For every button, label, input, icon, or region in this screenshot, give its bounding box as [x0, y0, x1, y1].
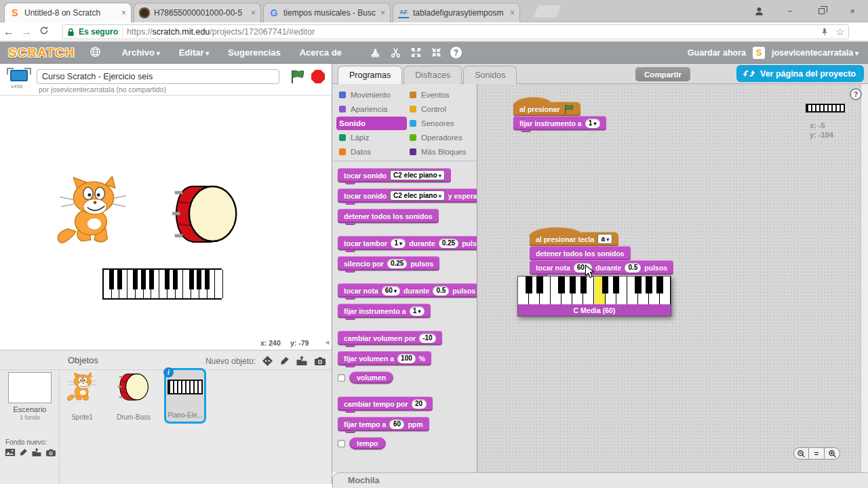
tab-disfraces[interactable]: Disfraces	[403, 66, 462, 84]
back-button[interactable]: ←	[0, 26, 18, 38]
forward-button[interactable]: →	[18, 26, 35, 38]
script-stack[interactable]: al presionar teclaadetener todos los son…	[530, 232, 673, 274]
language-globe-icon[interactable]	[90, 46, 101, 60]
number-dropdown[interactable]: 1	[585, 119, 600, 128]
upload-backdrop-icon[interactable]	[31, 448, 42, 457]
piano-black-key[interactable]	[133, 270, 138, 289]
delete-scissors-icon[interactable]	[389, 46, 403, 60]
zoom-in-button[interactable]	[825, 447, 840, 460]
piano-black-key[interactable]	[165, 270, 170, 289]
stage-thumbnail[interactable]	[8, 372, 52, 403]
shrink-sprite-icon[interactable]	[430, 46, 443, 60]
piano-black-key[interactable]	[197, 270, 201, 289]
hat-block[interactable]: al presionar teclaa	[530, 232, 618, 246]
stack-block[interactable]: detener todos los sonidos	[530, 246, 631, 260]
block-help-icon[interactable]: ?	[450, 47, 462, 58]
stack-block[interactable]: tocar nota60durante0.5pulsos	[338, 283, 477, 298]
tips-panel-strip[interactable]	[861, 84, 868, 472]
zoom-out-button[interactable]	[793, 447, 809, 460]
tab-close-icon[interactable]: ×	[380, 8, 385, 18]
new-tab-button[interactable]	[533, 5, 561, 18]
number-input[interactable]: 20	[412, 399, 427, 409]
number-input[interactable]: 60	[389, 420, 404, 429]
category-más-bloques[interactable]: Más Bloques	[407, 145, 477, 159]
restore-button[interactable]	[806, 0, 837, 22]
stop-button[interactable]	[311, 70, 325, 83]
category-operadores[interactable]: Operadores	[407, 131, 477, 144]
save-now-button[interactable]: Guardar ahora	[688, 48, 746, 58]
piano-black-key[interactable]	[109, 270, 114, 289]
stack-block[interactable]: tocar tambor1durante0.25pulsos	[338, 236, 477, 250]
tab-sonidos[interactable]: Sonidos	[463, 66, 517, 84]
piano-sprite[interactable]	[102, 268, 222, 300]
dropdown-input[interactable]: a	[597, 234, 612, 244]
piano-black-key[interactable]	[602, 277, 609, 293]
stack-block[interactable]: tocar sonidoC2 elec piano	[338, 168, 451, 182]
stage-selector[interactable]: Escenario 1 fondo Fondo nuevo:	[0, 370, 60, 485]
piano-black-key[interactable]	[613, 277, 620, 293]
piano-black-key[interactable]	[570, 277, 576, 293]
viewer-mode-icon[interactable]: v456	[7, 68, 31, 91]
reporter-checkbox[interactable]	[338, 374, 345, 382]
tab-close-icon[interactable]: ×	[121, 8, 126, 18]
number-input[interactable]: 0.5	[433, 286, 449, 296]
piano-black-key[interactable]	[173, 270, 178, 289]
stack-block[interactable]: cambiar volumen por-10	[338, 331, 442, 345]
tab-close-icon[interactable]: ×	[510, 8, 515, 18]
menu-item-acerca-de[interactable]: Acerca de	[292, 41, 350, 64]
drum-sprite[interactable]	[170, 183, 241, 245]
paint-backdrop-icon[interactable]	[19, 448, 28, 457]
camera-sprite-icon[interactable]	[314, 357, 326, 366]
zoom-reset-button[interactable]: =	[809, 447, 825, 460]
piano-black-key[interactable]	[205, 270, 210, 289]
category-movimiento[interactable]: Movimiento	[336, 88, 407, 102]
reporter-block[interactable]: tempo	[349, 437, 386, 449]
stage-canvas[interactable]	[0, 96, 332, 337]
tab-programas[interactable]: Programas	[338, 66, 402, 84]
collapse-stage-icon[interactable]: ◄	[324, 339, 330, 346]
tips-help-button[interactable]: ?	[850, 88, 862, 100]
minimize-button[interactable]: −	[774, 0, 806, 22]
menu-item-editar[interactable]: Editar	[171, 41, 218, 64]
note-picker-popup[interactable]: C Media (60)	[517, 276, 671, 317]
category-sensores[interactable]: Sensores	[407, 117, 477, 130]
reporter-block[interactable]: volumen	[349, 371, 393, 384]
browser-tab[interactable]: AFtabladefigurasytiemposm×	[393, 3, 520, 22]
number-dropdown[interactable]: 1	[391, 239, 406, 248]
category-datos[interactable]: Datos	[336, 145, 407, 159]
category-control[interactable]: Control	[407, 102, 477, 116]
piano-black-key[interactable]	[149, 270, 154, 289]
menu-item-archivo[interactable]: Archivo	[113, 41, 167, 64]
stack-block[interactable]: detener todos los sonidos	[338, 209, 439, 223]
dropdown-input[interactable]: C2 elec piano	[390, 170, 445, 180]
piano-white-key[interactable]	[215, 270, 223, 298]
user-menu[interactable]: josevicentecarratala	[772, 48, 859, 58]
green-flag-button[interactable]	[290, 68, 306, 85]
scripts-area[interactable]: x: -5 y: -104 al presionarfijar instrume…	[477, 84, 861, 472]
piano-black-key[interactable]	[189, 270, 194, 289]
sprite-info-icon[interactable]: i	[163, 367, 174, 378]
bookmark-star-icon[interactable]: ☆	[835, 26, 844, 37]
stack-block[interactable]: fijar volumen a100%	[338, 351, 431, 365]
number-input[interactable]: 0.5	[625, 263, 641, 272]
stack-block[interactable]: fijar tempo a60ppm	[338, 417, 429, 431]
address-bar[interactable]: Es seguro https://scratch.mit.edu/projec…	[62, 24, 849, 39]
dropdown-input[interactable]: C2 elec piano	[390, 190, 445, 201]
number-input[interactable]: 100	[397, 354, 416, 363]
reload-button[interactable]	[35, 26, 53, 38]
sprite-item-drum-bass[interactable]: Drum-Bass	[113, 368, 155, 424]
piano-black-key[interactable]	[558, 277, 565, 293]
paint-new-sprite-icon[interactable]	[279, 356, 290, 366]
browser-tab[interactable]: H78655000001000-00-5×	[134, 3, 261, 22]
stack-block[interactable]: tocar sonidoC2 elec pianoy esperar	[338, 188, 477, 203]
hat-block[interactable]: al presionar	[513, 102, 580, 116]
reporter-checkbox[interactable]	[338, 440, 345, 447]
number-input[interactable]: -10	[419, 333, 435, 343]
category-lápiz[interactable]: Lápiz	[336, 131, 407, 144]
share-button[interactable]: Compartir	[635, 67, 690, 81]
project-title-input[interactable]	[37, 69, 279, 84]
piano-black-key[interactable]	[536, 277, 543, 293]
view-project-page-button[interactable]: Ver página del proyecto	[736, 65, 864, 82]
number-dropdown[interactable]: 60	[382, 286, 400, 296]
piano-black-key[interactable]	[526, 277, 532, 293]
